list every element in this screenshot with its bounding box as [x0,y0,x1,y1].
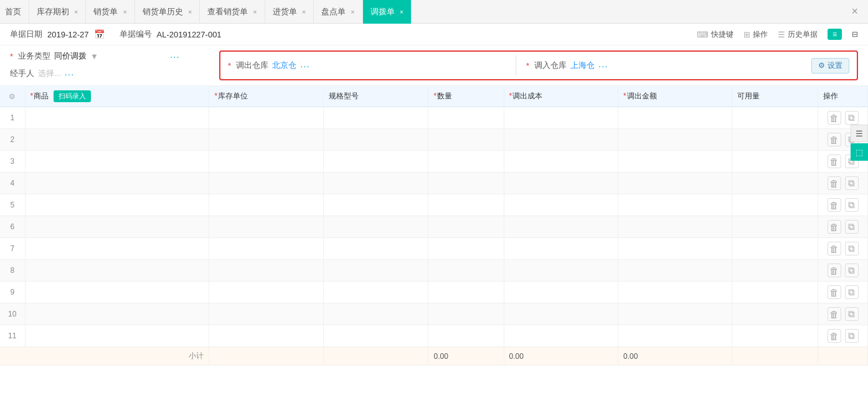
qty-cell[interactable] [428,151,504,173]
available-cell[interactable] [732,173,818,194]
copy-icon[interactable]: ⧉ [845,307,859,321]
product-cell[interactable] [25,151,209,173]
copy-icon[interactable]: ⧉ [845,329,859,343]
delete-icon[interactable]: 🗑 [828,285,841,299]
tab-transfer-close[interactable]: × [400,8,403,16]
amount-cell[interactable] [618,216,732,238]
tab-stocktake[interactable]: 盘点单 × [314,0,362,24]
table-scroll-area[interactable]: ⚙ *商品 扫码录入 *库存单位 规格型号 *数量 *调出成本 *调出金额 可用… [0,86,868,379]
qty-cell[interactable] [428,260,504,282]
calendar-icon[interactable]: 📅 [94,29,105,39]
unit-cell[interactable] [209,238,323,260]
amount-cell[interactable] [618,129,732,151]
available-cell[interactable] [732,303,818,325]
grid-btn[interactable]: ⊟ [852,30,858,39]
qty-cell[interactable] [428,173,504,194]
tab-sales-history[interactable]: 销货单历史 × [135,0,200,24]
operator-placeholder[interactable]: 选择... [38,68,61,79]
product-cell[interactable] [25,216,209,238]
unit-cell[interactable] [209,151,323,173]
qty-cell[interactable] [428,107,504,129]
delete-icon[interactable]: 🗑 [828,220,841,234]
delete-icon[interactable]: 🗑 [828,329,841,343]
cost-cell[interactable] [504,194,618,216]
delete-icon[interactable]: 🗑 [828,111,841,125]
copy-icon[interactable]: ⧉ [845,242,859,255]
product-cell[interactable] [25,303,209,325]
tab-sales-order-close[interactable]: × [123,8,126,16]
amount-cell[interactable] [618,107,732,129]
product-cell[interactable] [25,282,209,303]
warehouse-in-more[interactable]: ··· [598,60,608,71]
operator-more[interactable]: ··· [65,69,75,79]
tab-purchase[interactable]: 进货单 × [265,0,314,24]
tab-sales-order[interactable]: 销货单 × [86,0,134,24]
unit-cell[interactable] [209,303,323,325]
unit-cell[interactable] [209,282,323,303]
business-type-more[interactable]: ··· [170,51,180,62]
available-cell[interactable] [732,238,818,260]
cost-cell[interactable] [504,303,618,325]
available-cell[interactable] [732,260,818,282]
delete-icon[interactable]: 🗑 [828,155,841,168]
unit-cell[interactable] [209,194,323,216]
cost-cell[interactable] [504,238,618,260]
delete-icon[interactable]: 🗑 [828,198,841,212]
tab-inventory-init[interactable]: 库存期初 × [29,0,86,24]
business-type-select[interactable]: 同价调拨 ▼ [54,50,166,62]
unit-cell[interactable] [209,216,323,238]
tab-bar-close-btn[interactable]: × [846,5,863,18]
amount-cell[interactable] [618,260,732,282]
spec-cell[interactable] [323,107,428,129]
delete-icon[interactable]: 🗑 [828,176,841,190]
copy-icon[interactable]: ⧉ [845,264,859,277]
spec-cell[interactable] [323,238,428,260]
available-cell[interactable] [732,129,818,151]
float-list-btn[interactable]: ☰ [851,125,868,142]
gear-icon[interactable]: ⚙ [9,92,16,101]
product-cell[interactable] [25,238,209,260]
tab-view-sales-close[interactable]: × [253,8,257,16]
tab-transfer[interactable]: 调拨单 × [363,0,412,24]
cost-cell[interactable] [504,151,618,173]
cost-cell[interactable] [504,260,618,282]
amount-cell[interactable] [618,325,732,347]
warehouse-out-more[interactable]: ··· [300,60,310,71]
amount-cell[interactable] [618,173,732,194]
amount-cell[interactable] [618,151,732,173]
tab-view-sales[interactable]: 查看销货单 × [200,0,265,24]
amount-cell[interactable] [618,282,732,303]
active-toolbar-btn[interactable]: ≡ [828,29,842,40]
cost-cell[interactable] [504,282,618,303]
product-cell[interactable] [25,194,209,216]
qty-cell[interactable] [428,216,504,238]
tab-home[interactable]: 首页 [5,0,29,24]
product-cell[interactable] [25,173,209,194]
spec-cell[interactable] [323,194,428,216]
cost-cell[interactable] [504,129,618,151]
delete-icon[interactable]: 🗑 [828,133,841,146]
product-cell[interactable] [25,325,209,347]
available-cell[interactable] [732,107,818,129]
product-cell[interactable] [25,129,209,151]
available-cell[interactable] [732,325,818,347]
tab-sales-history-close[interactable]: × [188,8,192,16]
ops-btn[interactable]: ⊞ 操作 [743,29,768,40]
settings-btn[interactable]: ⚙ 设置 [811,58,849,74]
spec-cell[interactable] [323,129,428,151]
unit-cell[interactable] [209,260,323,282]
product-cell[interactable] [25,260,209,282]
available-cell[interactable] [732,151,818,173]
cost-cell[interactable] [504,173,618,194]
qty-cell[interactable] [428,282,504,303]
product-cell[interactable] [25,107,209,129]
copy-icon[interactable]: ⧉ [845,198,859,212]
dropdown-arrow-icon[interactable]: ▼ [90,52,98,61]
amount-cell[interactable] [618,194,732,216]
delete-icon[interactable]: 🗑 [828,242,841,255]
copy-icon[interactable]: ⧉ [845,220,859,234]
available-cell[interactable] [732,282,818,303]
unit-cell[interactable] [209,107,323,129]
spec-cell[interactable] [323,282,428,303]
tab-purchase-close[interactable]: × [302,8,306,16]
